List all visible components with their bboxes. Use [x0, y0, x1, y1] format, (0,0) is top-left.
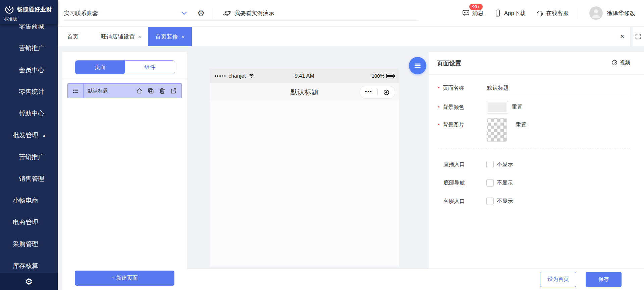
tab-bar: 首页 旺铺店铺设置 × 首页装修 × [58, 27, 614, 46]
bg-color-label: 背景颜色 [443, 104, 464, 111]
account-set-name: 实习联系账套 [64, 9, 98, 17]
demo-link[interactable]: 我要看实例演示 [223, 9, 274, 17]
gear-icon: ⚙ [25, 277, 33, 286]
phone-icon [494, 9, 502, 17]
app-download-label: App下载 [504, 9, 526, 17]
delete-page-icon[interactable] [158, 87, 166, 95]
tab-shop-settings[interactable]: 旺铺店铺设置 × [97, 27, 145, 46]
tab-components[interactable]: 组件 [125, 61, 175, 74]
video-help-button[interactable]: 视频 [611, 59, 630, 66]
phone-canvas[interactable] [210, 101, 399, 267]
set-as-home-button[interactable]: 设为首页 [540, 272, 576, 287]
sidebar-item-marketing[interactable]: 营销推广 [0, 37, 58, 59]
account-underline [64, 20, 418, 21]
sidebar-item-ecom-mgmt[interactable]: 电商管理 [0, 211, 58, 233]
logo-edition: 标准版 [0, 15, 58, 22]
planet-icon [223, 9, 231, 17]
topbar-right: 99+ 消息 App下载 [462, 6, 644, 20]
panel-menu-button[interactable] [409, 57, 426, 74]
chevron-down-icon [180, 9, 189, 17]
service-entry-label: 客服入口 [443, 198, 486, 205]
divider [429, 74, 644, 75]
app-download-button[interactable]: App下载 [494, 9, 526, 17]
panel-title: 页面设置 [437, 59, 461, 67]
sidebar-item-purchase-mgmt[interactable]: 采购管理 [0, 233, 58, 255]
phone-preview: 9:41 AM ●●●○○ chanjet 100% [210, 69, 399, 267]
page-settings-panel: 页面设置 视频 * 页面名称 默认标题 * 背景颜色 重置 * 背景图片 [429, 52, 644, 269]
capsule-target-icon [383, 89, 390, 96]
page-list-item[interactable]: 默认标题 [67, 83, 182, 98]
share-page-icon[interactable] [170, 87, 177, 95]
bottom-nav-checkbox[interactable] [486, 179, 494, 187]
page-name-input[interactable]: 默认标题 [487, 85, 508, 92]
bg-image-label: 背景图片 [443, 122, 464, 129]
sidebar-item-sales-mgmt[interactable]: 销售管理 [0, 168, 58, 190]
user-name: 徐泽华修改 [607, 9, 635, 17]
close-tab-icon[interactable]: × [181, 34, 184, 40]
topbar-divider [214, 8, 214, 18]
fullscreen-button[interactable] [633, 27, 644, 46]
action-bar: 设为首页 保存 [187, 269, 644, 290]
live-entry-label: 直播入口 [443, 161, 486, 168]
tab-home-decorate[interactable]: 首页装修 × [148, 27, 192, 46]
online-support-button[interactable]: 在线客服 [536, 9, 569, 17]
demo-link-label: 我要看实例演示 [234, 9, 274, 17]
sidebar-settings-button[interactable]: ⚙ [0, 273, 58, 290]
sidebar-item-help-center[interactable]: 帮助中心 [0, 102, 58, 124]
page-name-label: 页面名称 [443, 85, 464, 92]
play-circle-icon [611, 59, 618, 66]
topbar-divider [579, 8, 579, 18]
tab-home[interactable]: 首页 [64, 27, 82, 46]
collapse-arrow-icon: ▲ [42, 133, 46, 137]
fullscreen-icon [635, 33, 642, 40]
phone-time: 9:41 AM [210, 73, 399, 79]
online-support-label: 在线客服 [546, 9, 569, 17]
message-bubble-icon [462, 9, 470, 17]
sidebar-item-wholesale[interactable]: 批发管理▲ [0, 124, 58, 146]
required-mark: * [438, 85, 440, 91]
bg-image-swatch[interactable] [487, 118, 507, 142]
bottom-nav-option: 不显示 [497, 179, 513, 187]
pages-panel: 页面 组件 默认标题 [62, 52, 187, 290]
duplicate-page-icon[interactable] [147, 87, 155, 95]
screen: 零售商城 营销推广 会员中心 零售统计 帮助中心 批发管理▲ 营销推广 销售管理… [0, 0, 644, 290]
tab-pages[interactable]: 页面 [75, 61, 125, 74]
sidebar-item-xiaochang-ecom[interactable]: 小畅电商 [0, 190, 58, 211]
avatar [589, 6, 603, 20]
sidebar-item-wholesale-marketing[interactable]: 营销推广 [0, 146, 58, 168]
service-entry-checkbox[interactable] [486, 198, 494, 205]
page-title: 默认标题 [88, 88, 136, 94]
close-icon: × [620, 32, 625, 41]
gear-icon[interactable]: ⚙ [197, 9, 205, 17]
save-button[interactable]: 保存 [586, 272, 622, 287]
new-page-button[interactable]: + 新建页面 [75, 271, 174, 286]
sidebar-menu: 零售商城 营销推广 会员中心 零售统计 帮助中心 批发管理▲ 营销推广 销售管理… [0, 15, 58, 277]
sidebar-item-retail-stats[interactable]: 零售统计 [0, 81, 58, 102]
bg-color-swatch[interactable] [487, 101, 508, 114]
bottom-nav-label: 底部导航 [443, 179, 486, 187]
input-underline [487, 94, 629, 94]
sidebar-item-member-center[interactable]: 会员中心 [0, 59, 58, 81]
logo-title: 畅捷通好业财 [17, 6, 52, 13]
messages-label: 消息 [472, 9, 484, 17]
bg-color-reset-button[interactable]: 重置 [512, 104, 523, 111]
dashed-divider [438, 148, 630, 148]
user-menu[interactable]: 徐泽华修改 [589, 6, 635, 20]
account-set-dropdown[interactable]: 实习联系账套 [64, 9, 189, 17]
required-mark: * [438, 122, 440, 128]
messages-badge: 99+ [469, 4, 483, 10]
phone-nav-bar: 默认标题 ••• [210, 83, 399, 101]
messages-button[interactable]: 99+ 消息 [462, 9, 484, 17]
close-tab-icon[interactable]: × [138, 34, 141, 40]
close-all-button[interactable]: × [614, 27, 630, 46]
topbar: 实习联系账套 ⚙ 我要看实例演示 99+ [58, 0, 644, 26]
drag-list-icon[interactable] [68, 84, 84, 98]
live-entry-option: 不显示 [497, 161, 513, 168]
live-entry-checkbox[interactable] [486, 161, 494, 168]
page-row-actions [136, 87, 177, 95]
divider [62, 78, 187, 78]
bg-image-reset-button[interactable]: 重置 [516, 122, 527, 129]
hamburger-icon [413, 61, 422, 70]
home-icon[interactable] [136, 87, 143, 95]
video-label: 视频 [620, 60, 630, 66]
